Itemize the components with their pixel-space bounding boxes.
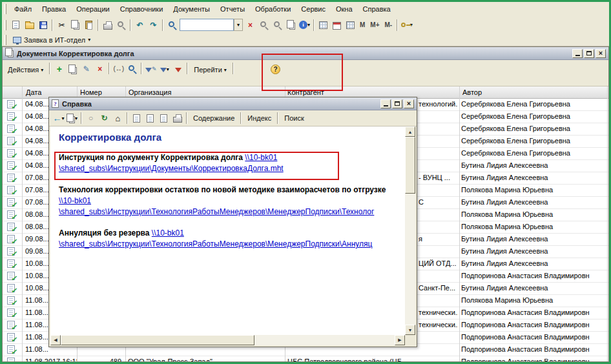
chevron-down-icon: ▾	[75, 116, 78, 121]
menu-service[interactable]: Сервис	[296, 3, 331, 15]
toolbar-grip[interactable]	[5, 20, 6, 30]
column-header-number[interactable]: Номер	[80, 88, 102, 96]
cell-counterparty-fragment	[419, 296, 458, 307]
panel-1-button[interactable]	[130, 112, 143, 125]
chevron-down-icon: ▾	[224, 67, 227, 73]
column-header-org[interactable]: Организация	[129, 88, 171, 96]
info-button[interactable]: i▾	[298, 19, 311, 32]
stop-icon: ○	[88, 114, 93, 122]
close-button[interactable]: ×	[595, 49, 606, 58]
restore-button[interactable]	[584, 49, 594, 58]
table-button[interactable]	[316, 19, 330, 32]
entry-server-link[interactable]: \\10-bk01	[59, 196, 91, 205]
panel-3-button[interactable]	[157, 112, 171, 125]
it-request-button[interactable]: Заявка в ИТ-отдел ▾	[9, 35, 94, 45]
search-in-list-button[interactable]	[125, 63, 139, 76]
print-button[interactable]	[101, 19, 114, 32]
print-preview-icon	[118, 21, 123, 27]
cut-button[interactable]: ✂	[55, 19, 68, 32]
vertical-scrollbar[interactable]: ▲ ▼	[405, 126, 415, 335]
edit-button[interactable]: ✎	[79, 63, 93, 76]
memory-button[interactable]: M	[357, 21, 368, 28]
print-help-button[interactable]	[171, 112, 184, 125]
menu-documents[interactable]: Документы	[168, 3, 215, 15]
memory-plus-button[interactable]: M+	[368, 21, 382, 28]
back-button[interactable]: ←▾	[52, 112, 65, 125]
undo-button[interactable]: ↶	[133, 19, 147, 32]
view-button[interactable]: ▾	[65, 112, 79, 125]
posted-document-icon	[7, 112, 20, 123]
add-button[interactable]: +	[52, 63, 66, 76]
entry-server-link[interactable]: \\10-bk01	[152, 228, 184, 238]
copy-row-button[interactable]	[66, 63, 79, 76]
menu-processing[interactable]: Обработки	[250, 3, 296, 15]
find-prev-button[interactable]	[271, 19, 284, 32]
filter-button[interactable]: ▾	[158, 63, 171, 76]
search-dropdown-button[interactable]: ▾	[234, 19, 243, 31]
cell-counterparty-fragment	[419, 272, 458, 282]
menu-reports[interactable]: Отчеты	[215, 3, 250, 15]
arrow-left-icon: ◀	[54, 338, 57, 343]
goto-button[interactable]: Перейти ▾	[190, 63, 231, 77]
scroll-right-button[interactable]: ▶	[395, 335, 405, 345]
column-header-author[interactable]: Автор	[462, 88, 482, 96]
maximize-button[interactable]	[392, 99, 402, 108]
clear-search-button[interactable]: ×	[243, 19, 257, 32]
find-next-button[interactable]	[257, 19, 271, 32]
service-button[interactable]: ▾	[400, 19, 413, 32]
refresh-button[interactable]: ↻	[98, 112, 111, 125]
menu-operations[interactable]: Операции	[71, 3, 114, 15]
search-help-button[interactable]: Поиск	[280, 112, 307, 125]
index-button[interactable]: Индекс	[243, 112, 275, 125]
entry-path-link[interactable]: \shared_subs\Инструкции\ТехнологияРаботы…	[59, 207, 374, 216]
paste-button[interactable]	[82, 19, 96, 32]
vertical-scroll-thumb[interactable]	[405, 137, 415, 194]
posted-document-icon	[7, 198, 20, 208]
posted-document-icon	[7, 333, 20, 343]
scroll-up-button[interactable]: ▲	[405, 126, 415, 137]
calculator-button[interactable]	[344, 19, 357, 32]
cell-counterparty-fragment	[419, 247, 458, 258]
open-button[interactable]	[23, 19, 36, 32]
menu-edit[interactable]: Правка	[37, 3, 71, 15]
save-button[interactable]	[36, 19, 50, 32]
interval-button[interactable]: (↔)	[112, 63, 125, 76]
minimize-button[interactable]	[572, 49, 583, 58]
help-window-titlebar[interactable]: ? Справка ×	[49, 97, 417, 110]
menu-help[interactable]: Справка	[358, 3, 396, 15]
contents-button[interactable]: Содержание	[189, 112, 238, 125]
search-input[interactable]	[180, 19, 234, 31]
menu-file[interactable]: Файл	[9, 3, 37, 15]
table-row[interactable]: 11.08.2017 16:18: 489 ООО "Урал-Пресс За…	[3, 356, 608, 362]
horizontal-scrollbar[interactable]: ◀ ▶	[50, 335, 405, 345]
print-preview-button[interactable]	[114, 19, 128, 32]
redo-button[interactable]: ↷	[147, 19, 160, 32]
menu-references[interactable]: Справочники	[115, 3, 169, 15]
delete-button[interactable]: ×	[93, 63, 107, 76]
filter-settings-button[interactable]: ✎	[144, 63, 158, 76]
scroll-left-button[interactable]: ◀	[50, 335, 61, 345]
chevron-down-icon: ▾	[41, 67, 43, 73]
panel-2-button[interactable]	[143, 112, 157, 125]
copy-button[interactable]	[68, 19, 82, 32]
column-header-date[interactable]: Дата	[26, 88, 41, 96]
minimize-button[interactable]	[380, 99, 391, 108]
close-button[interactable]: ×	[404, 99, 414, 108]
entry-path-link[interactable]: \shared_subs\Инструкции\ТехнологияРаботы…	[59, 239, 372, 248]
stop-button[interactable]: ○	[84, 112, 98, 125]
copy-value-button[interactable]	[284, 19, 298, 32]
menu-windows[interactable]: Окна	[331, 3, 358, 15]
new-document-button[interactable]	[9, 19, 23, 32]
calendar-button[interactable]	[330, 19, 344, 32]
memory-minus-button[interactable]: M-	[382, 21, 395, 28]
horizontal-scroll-thumb[interactable]	[61, 335, 254, 345]
home-button[interactable]: ⌂	[111, 112, 125, 125]
scroll-down-button[interactable]: ▼	[405, 325, 415, 335]
toolbar-grip[interactable]	[5, 4, 6, 14]
clear-filter-button[interactable]	[171, 63, 185, 76]
chevron-down-icon: ▾	[88, 37, 90, 43]
toolbar-grip[interactable]	[5, 35, 6, 45]
cell-author: Серебрякова Елена Григорьевна	[461, 125, 606, 135]
actions-button[interactable]: Действия ▾	[4, 63, 47, 77]
find-button[interactable]	[165, 19, 179, 32]
